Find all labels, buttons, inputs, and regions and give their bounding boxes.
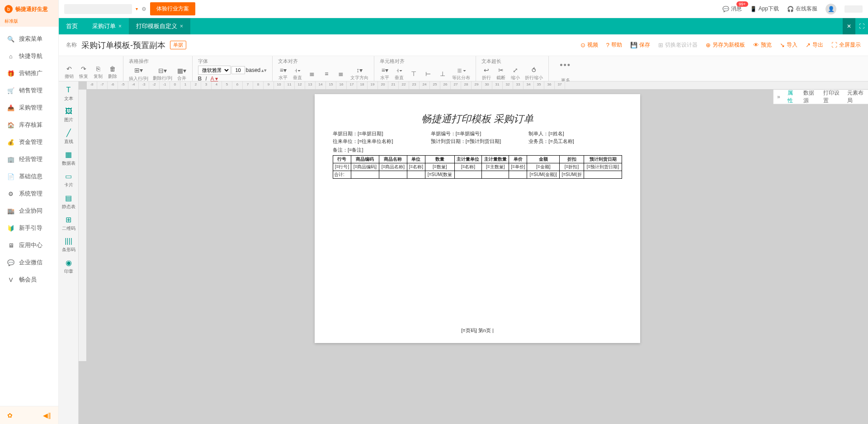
sum-cell[interactable]	[379, 171, 407, 179]
preview-action[interactable]: 👁预览	[753, 41, 772, 49]
nav-item-1[interactable]: ⌂快捷导航	[0, 48, 58, 65]
app-download-link[interactable]: 📱 App下载	[750, 5, 779, 13]
table-cell[interactable]: [=名称]	[407, 163, 425, 171]
cut-button[interactable]: ✂截断	[494, 66, 508, 82]
sum-cell[interactable]	[454, 171, 481, 179]
palette-7[interactable]: ||||条形码	[59, 234, 78, 256]
video-action[interactable]: ⊙视频	[580, 41, 598, 49]
table-header[interactable]: 单价	[509, 156, 527, 163]
chevron-down-icon[interactable]: ▾	[136, 6, 138, 11]
text-direction-button[interactable]: ↕▾文字方向	[349, 66, 370, 82]
sum-cell[interactable]: [=SUM(数量	[425, 171, 454, 179]
save-as-new-action[interactable]: ⊕另存为新模板	[706, 41, 745, 49]
table-header[interactable]: 主计量数量	[482, 156, 509, 163]
nav-item-11[interactable]: 🔰新手引导	[0, 219, 58, 237]
palette-1[interactable]: 🖼图片	[59, 105, 78, 126]
font-family-select[interactable]: 微软雅黑	[198, 66, 231, 75]
nav-item-2[interactable]: 🎁营销推广	[0, 65, 58, 82]
online-service-link[interactable]: 🎧 在线客服	[787, 5, 817, 13]
info-field[interactable]: 往来单位：[=往来单位名称]	[333, 138, 426, 145]
insert-rowcol-button[interactable]: ⊞▾插入行/列	[127, 66, 150, 83]
info-field[interactable]: 制单人：[=姓名]	[528, 130, 622, 137]
switch-designer-action[interactable]: ⊞切换老设计器	[658, 41, 698, 49]
palette-4[interactable]: ▭卡片	[59, 169, 78, 191]
table-cell[interactable]: [=主数量]	[482, 163, 509, 171]
wrap-button[interactable]: ↩折行	[480, 66, 493, 82]
align-left-icon[interactable]: ≣	[305, 69, 319, 78]
table-header[interactable]: 折扣	[560, 156, 584, 163]
sum-cell[interactable]	[509, 171, 527, 179]
info-field[interactable]: 单据日期：[=单据日期]	[333, 130, 426, 137]
nav-item-10[interactable]: 🏬企业协同	[0, 202, 58, 219]
valign-button[interactable]: ⫞▾垂直	[291, 66, 304, 82]
halign-button[interactable]: ≡▾水平	[276, 66, 290, 82]
expand-panel-icon[interactable]: »	[774, 94, 784, 100]
nav-item-0[interactable]: 🔍搜索菜单	[0, 30, 58, 48]
right-tab-datasource[interactable]: 数据源	[800, 89, 820, 105]
font-size-stepper[interactable]: ▴▾	[261, 67, 267, 73]
message-link[interactable]: 💬 消息 99+	[722, 5, 742, 13]
info-field[interactable]: 预计到货日期：[=预计到货日期]	[431, 138, 524, 145]
redo-button[interactable]: ↷恢复	[77, 64, 90, 81]
nav-item-6[interactable]: 💰资金管理	[0, 133, 58, 151]
merge-button[interactable]: ▦▾合并	[175, 66, 189, 82]
cell-middle-icon[interactable]: ⊢	[421, 69, 435, 78]
distribute-button[interactable]: ⫼▾等比分布	[450, 66, 472, 82]
table-header[interactable]: 数量	[425, 156, 454, 163]
sum-cell[interactable]: 合计:	[333, 171, 351, 179]
cell-halign-button[interactable]: ≡▾水平	[378, 66, 392, 82]
table-header[interactable]: 主计量单位	[454, 156, 481, 163]
sum-cell[interactable]	[584, 171, 622, 179]
font-color-button[interactable]: A ▾	[211, 76, 218, 82]
detail-table[interactable]: 行号商品编码商品名称单位数量主计量单位主计量数量单价金额折扣预计到货日期 [=行…	[333, 155, 622, 179]
table-cell[interactable]: [=单价]	[509, 163, 527, 171]
collapse-icon[interactable]: ◀‖	[43, 412, 51, 419]
tab-close-icon[interactable]: ×	[118, 23, 122, 29]
nav-item-5[interactable]: 🏠库存核算	[0, 116, 58, 133]
palette-3[interactable]: ▦数据表	[59, 148, 78, 169]
undo-button[interactable]: ↶撤销	[62, 64, 76, 81]
sum-cell[interactable]	[482, 171, 509, 179]
font-size-input[interactable]	[231, 66, 245, 74]
avatar[interactable]: 👤	[826, 4, 836, 14]
page-footer[interactable]: [=页码] 第n页 |	[333, 327, 622, 334]
nav-item-4[interactable]: 📥采购管理	[0, 99, 58, 116]
palette-8[interactable]: ◉印章	[59, 256, 78, 277]
bold-button[interactable]: B	[198, 76, 202, 82]
table-cell[interactable]: [=数量]	[425, 163, 454, 171]
table-cell[interactable]: [=金额]	[527, 163, 560, 171]
wrap-shrink-button[interactable]: ⥀折行缩小	[523, 66, 545, 82]
nav-item-14[interactable]: V畅会员	[0, 271, 58, 288]
settings-icon[interactable]: ✿	[7, 412, 13, 419]
sum-cell[interactable]: [=SUM(折	[560, 171, 584, 179]
align-center-icon[interactable]: ≡	[320, 69, 333, 78]
table-cell[interactable]: [=商品名称]	[379, 163, 407, 171]
remark-field[interactable]: 备注：[=备注]	[333, 147, 622, 153]
fullscreen-action[interactable]: ⛶全屏显示	[831, 41, 861, 49]
delete-button[interactable]: 🗑删除	[106, 64, 119, 81]
palette-2[interactable]: ╱直线	[59, 126, 78, 148]
nav-item-9[interactable]: ⚙系统管理	[0, 185, 58, 202]
save-action[interactable]: 💾保存	[630, 41, 650, 49]
cell-valign-button[interactable]: ⫞▾垂直	[392, 66, 406, 82]
palette-6[interactable]: ⊞二维码	[59, 213, 78, 234]
nav-item-13[interactable]: 💬企业微信	[0, 254, 58, 271]
table-header[interactable]: 商品名称	[379, 156, 407, 163]
cell-top-icon[interactable]: ⊤	[407, 69, 420, 78]
tab-1[interactable]: 采购订单×	[85, 18, 129, 34]
close-all-tabs-button[interactable]: ✕	[843, 18, 855, 34]
table-header[interactable]: 行号	[333, 156, 351, 163]
right-tab-print-settings[interactable]: 打印设置	[820, 89, 844, 105]
palette-0[interactable]: T文本	[59, 83, 78, 105]
nav-item-3[interactable]: 🛒销售管理	[0, 82, 58, 99]
table-cell[interactable]: [=折扣]	[560, 163, 584, 171]
sum-cell[interactable]	[407, 171, 425, 179]
page-title[interactable]: 畅捷通打印模板 采购订单	[333, 112, 622, 126]
delete-rowcol-button[interactable]: ⊟▾删除行/列	[151, 66, 174, 82]
gear-icon[interactable]: ⚙	[142, 6, 146, 12]
export-action[interactable]: ↗导出	[806, 41, 823, 49]
tab-0[interactable]: 首页	[59, 18, 85, 34]
org-selector-placeholder[interactable]	[64, 4, 132, 14]
palette-5[interactable]: ▤静态表	[59, 191, 78, 213]
right-tab-properties[interactable]: 属性	[784, 89, 800, 105]
